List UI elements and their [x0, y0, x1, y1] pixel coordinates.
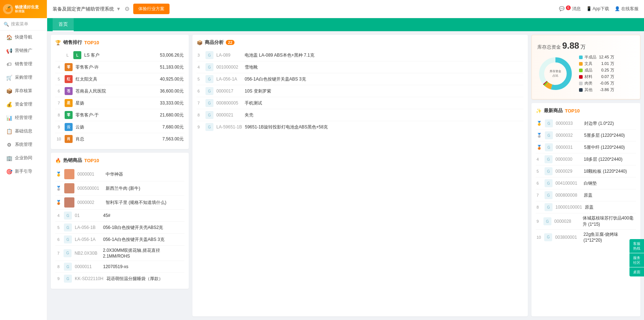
svg-text:库存资金: 库存资金 [550, 70, 561, 73]
rank-medal: 🥈 [56, 186, 61, 191]
sidebar-item-label: 库存核算 [15, 88, 32, 94]
top-item: 5 G 0000029 18颗粒板 (1220*2440) [536, 165, 636, 177]
basic-icon: 📋 [6, 128, 12, 134]
sidebar-item-operations[interactable]: 📊 经营管理 [0, 111, 47, 124]
item-value: 40,925.00元 [160, 76, 184, 82]
inventory-card: 库存总资金 9.88 万 [531, 35, 640, 99]
inventory-amount: 9.88 [562, 41, 579, 50]
rank-medal: 🥉 [537, 145, 542, 150]
rank-num: 4 [537, 157, 542, 161]
tab-home[interactable]: 首页 [53, 18, 74, 31]
sidebar-logo: 🍊 畅捷通好生意 标准版 [0, 0, 47, 18]
product-icon: G [545, 119, 553, 127]
message-btn[interactable]: 💬 6 消息 [559, 6, 580, 12]
sidebar-item-marketing[interactable]: 📢 营销推广 [0, 44, 47, 57]
sidebar-item-company[interactable]: 🏢 企业协同 [0, 151, 47, 165]
marketing-icon: 📢 [6, 48, 12, 54]
product-icon: G [205, 123, 213, 131]
product-name: 雪地靴 [245, 64, 258, 70]
hot-products-list: 🥇 0000001 中华神器 🥈 000500001 新西兰牛肉 (新牛) 🥉 [55, 167, 184, 284]
topbar-title[interactable]: 装备及固定资产辅助管理系统 ▼ [53, 6, 121, 12]
fire-icon: 🔥 [55, 158, 61, 163]
trial-button[interactable]: 体验行业方案 [133, 4, 170, 14]
online-service-btn[interactable]: 👤 在线客服 [615, 6, 639, 12]
avatar-badge: 星 [65, 99, 73, 107]
new-products-label: 最新商品 [544, 107, 563, 114]
rank-num: 10 [56, 137, 62, 141]
product-name: 22g鱼豆腐-烧烤味 (1*12*20) [583, 231, 635, 243]
sidebar-item-shortcut[interactable]: 🏠 快捷导航 [0, 30, 47, 44]
product-code: LA-056-1B [75, 225, 100, 230]
product-name: 5厘中纤 (1220*2440) [584, 144, 625, 151]
sidebar-item-purchase[interactable]: 🛒 采购管理 [0, 71, 47, 84]
product-code: LA-089 [216, 53, 242, 58]
goods-item: 6 G 0000017 10S 变刺罗紫 [197, 85, 523, 97]
item-value: 21,680.00元 [160, 112, 184, 118]
rank-num: 5 [537, 169, 542, 173]
product-item: 7 G NB2.0X30B 2.0X30MM双搓花轴,搓花直径2.1MM/ROH… [55, 246, 184, 261]
avatar-badge: 零 [65, 111, 73, 119]
product-thumb [64, 169, 74, 179]
gear-icon[interactable]: ⚙ [125, 5, 130, 12]
product-name: 59651-1B旋转投影灯电池盒ABS黑色+58克 [245, 124, 328, 130]
sidebar-nav: 🏠 快捷导航 📢 营销推广 🏷 销售管理 🛒 采购管理 📦 库存核算 💰 资金管… [0, 30, 47, 320]
float-desktop-btn[interactable]: 桌面 [629, 267, 644, 276]
sidebar-item-finance[interactable]: 💰 资金管理 [0, 98, 47, 111]
rank-num: 10 [537, 235, 541, 239]
product-name: 18多层 (1220*2440) [584, 156, 623, 163]
legend-dot [579, 75, 583, 79]
product-code: 0000033 [556, 121, 581, 126]
middle-panel: 📦 商品分析 22 3 G LA-089 电池盖 LA-089 ABS本色+黑种… [192, 35, 528, 316]
content-area: 🏆 销售排行 TOP10 L L LS 客户 53,006.26元 4 [47, 31, 644, 320]
product-icon: G [545, 131, 553, 139]
app-download-btn[interactable]: 📱 App下载 [586, 6, 609, 12]
sales-rank-list: L L LS 客户 53,006.26元 4 零 零售客户-许 51,183.0… [55, 49, 184, 145]
legend-name: 材料 [584, 74, 597, 79]
list-item: 8 零 零售客户-于 21,680.00元 [55, 109, 184, 121]
item-value: 7,563.00元 [162, 136, 184, 142]
item-name: 红太阳文具 [76, 76, 157, 82]
topbar-right: 💬 6 消息 📱 App下载 👤 在线客服 [559, 6, 639, 12]
goods-item: 9 G LA-59651-1B 59651-1B旋转投影灯电池盒ABS黑色+58… [197, 121, 523, 133]
topbar: 装备及固定资产辅助管理系统 ▼ ⚙ 体验行业方案 💬 6 消息 📱 App下载 … [47, 0, 644, 18]
product-name: 手机测试 [245, 100, 262, 106]
rank-num: 9 [56, 125, 62, 129]
sidebar-item-sales[interactable]: 🏷 销售管理 [0, 57, 47, 71]
product-name: 18颗粒板 (1220*2440) [584, 168, 627, 175]
chart-legend: 半成品 12.45 万 文具 1.01 万 成品 0.25 万 [579, 54, 614, 94]
avatar-badge: 红 [65, 75, 73, 83]
float-service-btn[interactable]: 客服热线 [629, 239, 644, 253]
sidebar-item-guide[interactable]: 🎯 新手引导 [0, 165, 47, 178]
sidebar-item-inventory[interactable]: 📦 库存核算 [0, 84, 47, 98]
inventory-total: 库存总资金 9.88 万 [537, 41, 635, 51]
sidebar-item-basic[interactable]: 📋 基础信息 [0, 124, 47, 138]
top-item: 4 G 0000030 18多层 (1220*2440) [536, 153, 636, 165]
sidebar-item-label: 资金管理 [15, 101, 32, 107]
product-name: 智利车子里 (规格不知道填什么) [106, 200, 166, 206]
product-icon: G [543, 217, 551, 225]
rank-num: 7 [537, 193, 542, 197]
sales-rank-label: 销售排行 [63, 39, 82, 46]
sidebar-item-system[interactable]: ⚙ 系统管理 [0, 138, 47, 151]
product-name: 花语萌恒温分腿睡袋（厚款） [106, 276, 163, 282]
product-item: 6 G LA-056-1A 056-1A白色按键开关盖ABS 3克 [55, 234, 184, 246]
rank-num: 4 [56, 213, 61, 218]
sidebar-search[interactable]: 🔍 搜索菜单 [0, 18, 47, 30]
logo-text: 畅捷通好生意 标准版 [15, 4, 39, 14]
svg-text:占比: 占比 [553, 74, 558, 77]
rank-num: 8 [197, 113, 203, 117]
avatar-badge: 苍 [65, 87, 73, 95]
top-item: 🥉 G 0000031 5厘中纤 (1220*2440) [536, 141, 636, 153]
top-item: 🥈 G 0000032 5厘多层 (1220*2440) [536, 130, 636, 141]
hot-products-label: 热销商品 [63, 157, 82, 164]
float-community-btn[interactable]: 服务社区 [629, 253, 644, 267]
legend-item: 文具 1.01 万 [579, 61, 614, 66]
rank-num: 5 [56, 77, 62, 81]
product-code: 0000017 [216, 89, 242, 94]
goods-item: 8 G 0000021 夹壳 [197, 109, 523, 121]
rank-num: 9 [537, 219, 541, 223]
product-thumb: G [64, 249, 72, 257]
rank-medal: 🥇 [56, 172, 61, 177]
goods-analysis-card: 📦 商品分析 22 3 G LA-089 电池盖 LA-089 ABS本色+黑种… [192, 35, 528, 316]
product-code: 000800008 [555, 193, 581, 198]
